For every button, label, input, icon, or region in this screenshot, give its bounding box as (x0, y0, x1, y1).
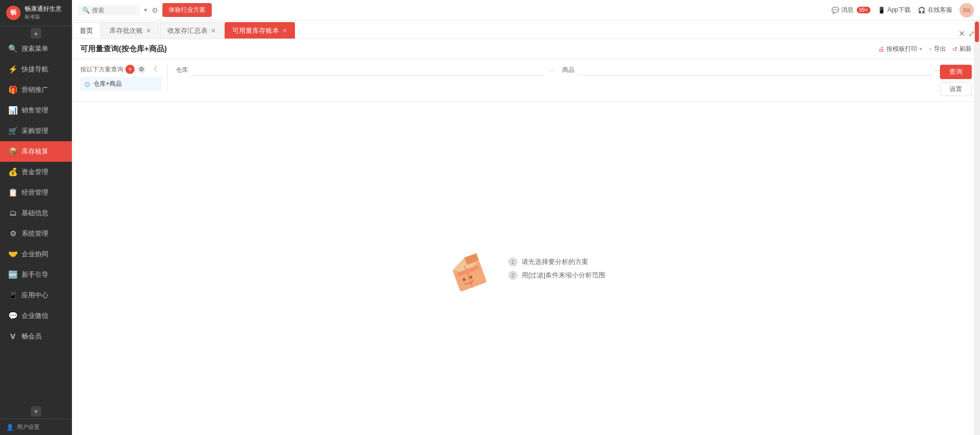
export-icon: ↑ (929, 46, 932, 53)
main-content: 🔍 ▾ ⚙ 体验行业方案 💬 消息 99+ 📱 App下载 🎧 在线客服 Rit (72, 0, 980, 435)
box-illustration-svg (440, 242, 499, 301)
gift-icon: 🎁 (8, 85, 17, 94)
sidebar-item-guide[interactable]: 🆕 新手引导 (0, 264, 72, 285)
empty-state: 1 请先选择要分析的方案 2 用[过滤]条件来缩小分析范围 (72, 102, 980, 435)
handshake-icon: 🤝 (8, 250, 17, 259)
sidebar-item-search[interactable]: 🔍 搜索菜单 (0, 39, 72, 59)
app-download-button[interactable]: 📱 App下载 (878, 6, 911, 14)
sidebar-item-inventory[interactable]: 📦 库存核算 (0, 141, 72, 162)
hint-text-1: 请先选择要分析的方案 (522, 257, 588, 267)
cart-icon: 🛒 (8, 126, 17, 136)
hint-item-2: 2 用[过滤]条件来缩小分析范围 (508, 271, 605, 280)
tabs-bar: 首页 库存批次账 ✕ 收发存汇总表 ✕ 可用量库存账本 ✕ ✕ ⤢ (72, 21, 980, 39)
message-button[interactable]: 💬 消息 99+ (831, 6, 871, 14)
warehouse-input[interactable] (191, 65, 545, 75)
sidebar-header: 畅 畅康通好生意 标准版 (0, 0, 72, 26)
product-label: 商品 (562, 66, 575, 74)
warehouse-label: 仓库 (176, 66, 188, 74)
sidebar-item-operation[interactable]: 📋 经营管理 (0, 182, 72, 203)
tab-close-batch-account[interactable]: ✕ (146, 27, 151, 34)
page-title: 可用量查询(按仓库+商品) (80, 44, 167, 54)
folder-icon: 🗂 (8, 209, 17, 217)
right-scrollbar[interactable] (974, 21, 980, 435)
tab-available-stock[interactable]: 可用量库存账本 ✕ (225, 22, 295, 39)
sidebar-item-member[interactable]: V 畅会员 (0, 326, 72, 347)
settings-scheme-button[interactable]: ⚙ (137, 65, 146, 74)
tab-close-available-stock[interactable]: ✕ (282, 27, 287, 34)
search-icon: 🔍 (82, 7, 90, 14)
sidebar-item-finance[interactable]: 💰 资金管理 (0, 162, 72, 182)
user-avatar-small: 👤 (6, 424, 14, 431)
sidebar-item-appstore[interactable]: 📱 应用中心 (0, 285, 72, 306)
product-input[interactable] (578, 65, 932, 75)
sidebar-item-sales[interactable]: 📊 销售管理 (0, 100, 72, 121)
query-fields-row: 仓库 ··· 商品 ··· (176, 65, 940, 75)
product-more-icon[interactable]: ··· (935, 67, 940, 74)
app-name: 畅康通好生意 (25, 5, 62, 13)
sidebar-item-marketing[interactable]: 🎁 营销推广 (0, 80, 72, 100)
empty-hints: 1 请先选择要分析的方案 2 用[过滤]条件来缩小分析范围 (508, 257, 605, 280)
tab-batch-account[interactable]: 库存批次账 ✕ (102, 22, 159, 39)
hint-text-2: 用[过滤]条件来缩小分析范围 (522, 271, 605, 280)
scheme-header: 按以下方案查询 + ⚙ 《 (80, 65, 162, 74)
topbar-search-box[interactable]: 🔍 (78, 5, 140, 15)
chart-icon: 📊 (8, 106, 17, 115)
close-tab-icon[interactable]: ✕ (958, 29, 965, 39)
gear-icon: ⚙ (8, 229, 17, 238)
page-header-actions: 🖨 按模板打印 ▾ ↑ 导出 ↺ 刷新 (878, 45, 972, 53)
box-icon: 📦 (8, 147, 17, 156)
add-scheme-button[interactable]: + (125, 65, 135, 74)
refresh-button[interactable]: ↺ 刷新 (952, 45, 972, 53)
hint-item-1: 1 请先选择要分析的方案 (508, 257, 605, 267)
sidebar-item-cooperation[interactable]: 🤝 企业协同 (0, 244, 72, 264)
user-avatar[interactable]: Rit (959, 3, 974, 17)
sidebar-bottom: 👤 用户设置 (0, 419, 72, 435)
search-input[interactable] (92, 7, 128, 14)
refresh-icon: ↺ (952, 46, 957, 53)
hint-num-1: 1 (508, 257, 517, 267)
settings-button[interactable]: 设置 (940, 82, 972, 96)
app-logo: 畅 (6, 6, 21, 20)
sidebar-nav: 🔍 搜索菜单 ⚡ 快捷导航 🎁 营销推广 📊 销售管理 🛒 采购管理 📦 库存核… (0, 39, 72, 406)
clipboard-icon: 📋 (8, 188, 17, 197)
topbar-right: 💬 消息 99+ 📱 App下载 🎧 在线客服 Rit (831, 3, 974, 17)
print-dropdown-icon[interactable]: ▾ (919, 46, 922, 52)
warehouse-more-icon[interactable]: ··· (548, 67, 553, 74)
query-button[interactable]: 查询 (940, 65, 972, 79)
tab-receive-summary[interactable]: 收发存汇总表 ✕ (160, 22, 224, 39)
sidebar-item-shortcut[interactable]: ⚡ 快捷导航 (0, 59, 72, 80)
money-icon: 💰 (8, 167, 17, 177)
sidebar-item-basic[interactable]: 🗂 基础信息 (0, 203, 72, 223)
topbar: 🔍 ▾ ⚙ 体验行业方案 💬 消息 99+ 📱 App下载 🎧 在线客服 Rit (72, 0, 980, 21)
topbar-dropdown-icon[interactable]: ▾ (144, 6, 147, 14)
print-icon: 🖨 (878, 46, 884, 53)
phone-icon: 📱 (878, 7, 885, 14)
scroll-down-btn[interactable]: ▼ (31, 406, 41, 417)
scheme-item-warehouse-product[interactable]: ⊙ 仓库+商品 (80, 77, 162, 91)
new-icon: 🆕 (8, 270, 17, 279)
topbar-settings-icon[interactable]: ⚙ (152, 6, 158, 14)
tab-close-receive-summary[interactable]: ✕ (211, 27, 216, 34)
print-template-button[interactable]: 🖨 按模板打印 ▾ (878, 45, 922, 53)
industry-solution-button[interactable]: 体验行业方案 (162, 3, 212, 17)
scroll-up-btn[interactable]: ▲ (31, 28, 41, 39)
sidebar-item-system[interactable]: ⚙ 系统管理 (0, 223, 72, 244)
customer-service-button[interactable]: 🎧 在线客服 (918, 6, 952, 14)
vip-icon: V (8, 332, 17, 341)
hint-num-2: 2 (508, 271, 517, 280)
sidebar-item-wechat[interactable]: 💬 企业微信 (0, 306, 72, 326)
sidebar-item-purchase[interactable]: 🛒 采购管理 (0, 121, 72, 141)
scheme-item-icon: ⊙ (84, 80, 90, 88)
query-scheme-panel: 按以下方案查询 + ⚙ 《 ⊙ 仓库+商品 (80, 65, 168, 91)
sidebar-bottom-label: 用户设置 (17, 423, 40, 431)
app-edition: 标准版 (25, 13, 62, 21)
message-badge: 99+ (857, 7, 871, 13)
export-button[interactable]: ↑ 导出 (929, 45, 946, 53)
tab-home[interactable]: 首页 (72, 22, 101, 39)
product-field: 商品 ··· (562, 65, 940, 75)
collapse-panel-button[interactable]: 《 (150, 65, 157, 74)
query-buttons: 查询 设置 (940, 65, 972, 96)
right-scrollbar-thumb (975, 22, 979, 42)
sidebar: 畅 畅康通好生意 标准版 ▲ 🔍 搜索菜单 ⚡ 快捷导航 🎁 营销推广 📊 销售… (0, 0, 72, 435)
phone-icon: 📱 (8, 291, 17, 300)
